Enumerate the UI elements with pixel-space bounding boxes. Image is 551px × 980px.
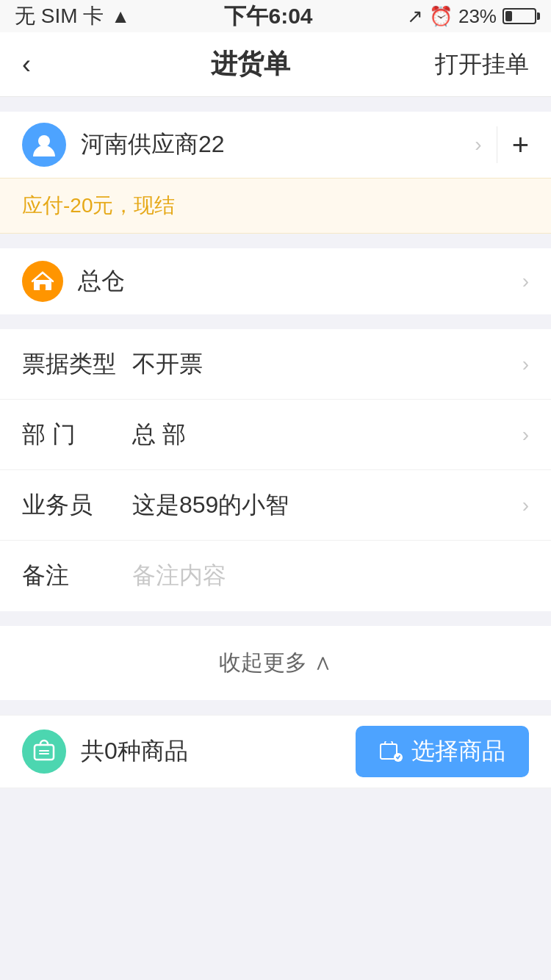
warehouse-name: 总仓 xyxy=(78,265,522,298)
status-bar: 无 SIM 卡 ▲ 下午6:04 ↗ ⏰ 23% xyxy=(0,0,551,32)
warehouse-chevron-icon: › xyxy=(522,270,529,293)
battery-icon xyxy=(503,8,536,24)
supplier-row[interactable]: 河南供应商22 › + xyxy=(0,112,551,178)
status-carrier: 无 SIM 卡 ▲ xyxy=(15,2,130,30)
salesperson-row[interactable]: 业务员 这是859的小智 › xyxy=(0,470,551,541)
select-product-label: 选择商品 xyxy=(411,735,505,768)
back-button[interactable]: ‹ xyxy=(22,49,66,80)
invoice-type-row[interactable]: 票据类型 不开票 › xyxy=(0,329,551,400)
department-chevron-icon: › xyxy=(522,423,529,447)
battery-percent: 23% xyxy=(458,5,497,28)
warehouse-icon-wrap xyxy=(22,261,63,302)
add-supplier-button[interactable]: + xyxy=(512,129,529,162)
remark-label: 备注 xyxy=(22,560,132,592)
invoice-type-label: 票据类型 xyxy=(22,348,132,381)
product-count: 共0种商品 xyxy=(81,735,356,768)
page-title: 进货单 xyxy=(211,46,290,82)
select-product-button[interactable]: 选择商品 xyxy=(356,726,529,777)
vertical-divider xyxy=(497,126,497,163)
bottom-bar: 共0种商品 选择商品 xyxy=(0,715,551,788)
department-label: 部 门 xyxy=(22,419,132,451)
salesperson-chevron-icon: › xyxy=(522,494,529,517)
person-icon xyxy=(31,131,57,158)
warehouse-icon xyxy=(31,270,54,293)
notice-bar: 应付-20元，现结 xyxy=(0,178,551,234)
svg-rect-2 xyxy=(40,284,46,290)
svg-point-0 xyxy=(38,135,50,147)
nav-bar: ‹ 进货单 打开挂单 xyxy=(0,32,551,97)
supplier-chevron-icon: › xyxy=(475,133,481,156)
status-time: 下午6:04 xyxy=(224,1,312,32)
department-row[interactable]: 部 门 总 部 › xyxy=(0,400,551,470)
svg-rect-3 xyxy=(35,745,54,760)
select-product-icon xyxy=(379,741,403,762)
cart-icon-wrap xyxy=(22,729,66,774)
remark-value: 备注内容 xyxy=(132,560,529,592)
carrier-text: 无 SIM 卡 xyxy=(15,2,104,30)
location-icon: ↗ xyxy=(407,5,423,28)
supplier-avatar xyxy=(22,123,66,167)
status-icons: ↗ ⏰ 23% xyxy=(407,5,536,28)
department-value: 总 部 xyxy=(132,419,522,451)
warehouse-row[interactable]: 总仓 › xyxy=(0,248,551,314)
cart-icon xyxy=(32,739,57,764)
invoice-type-chevron-icon: › xyxy=(522,353,529,376)
supplier-name: 河南供应商22 xyxy=(81,129,475,161)
invoice-type-value: 不开票 xyxy=(132,348,522,381)
supplier-section: 河南供应商22 › + 应付-20元，现结 xyxy=(0,112,551,234)
salesperson-value: 这是859的小智 xyxy=(132,489,522,522)
open-pending-button[interactable]: 打开挂单 xyxy=(435,48,529,81)
section-divider-1 xyxy=(0,97,551,112)
salesperson-label: 业务员 xyxy=(22,489,132,522)
notice-text: 应付-20元，现结 xyxy=(22,194,175,217)
collapse-button[interactable]: 收起更多 ∧ xyxy=(0,626,551,700)
remark-row[interactable]: 备注 备注内容 xyxy=(0,541,551,611)
wifi-icon: ▲ xyxy=(111,5,130,28)
form-section: 票据类型 不开票 › 部 门 总 部 › 业务员 这是859的小智 › 备注 备… xyxy=(0,329,551,611)
alarm-icon: ⏰ xyxy=(429,5,453,28)
